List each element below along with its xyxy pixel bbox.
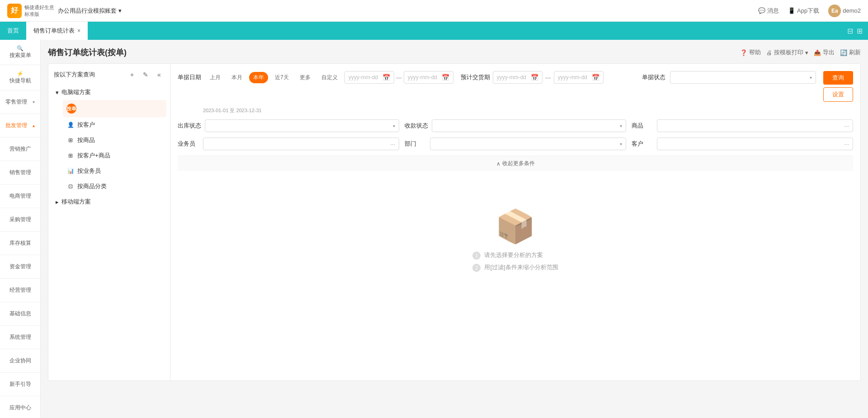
sidebar-item-inventory[interactable]: 库存核算	[0, 232, 40, 255]
customer-label: 客户	[632, 140, 653, 148]
product-label: 商品	[632, 122, 653, 130]
left-panel-title: 按以下方案查询	[54, 71, 95, 79]
sidebar-item-label-wholesale: 批发管理	[5, 122, 27, 129]
delivery-status-select[interactable]: ▾	[205, 119, 399, 132]
payment-status-select[interactable]: ▾	[432, 119, 626, 132]
scheme-item-by-product-cat[interactable]: ⊡ 按商品分类	[63, 179, 166, 194]
sidebar: 🔍 搜索菜单 ⚡ 快捷导航 零售管理 ▾ 批发管理 ▴ 营销推广 销售管理 电商…	[0, 40, 41, 418]
sidebar-item-marketing[interactable]: 营销推广	[0, 138, 40, 161]
sidebar-item-ecommerce[interactable]: 电商管理	[0, 185, 40, 208]
scheme-by-product-label: 按商品	[77, 136, 95, 144]
right-panel: 单据日期 上月 本月 本年 近7天 更多 自定义	[170, 64, 860, 380]
page-title: 销售订单统计表(按单)	[48, 47, 127, 58]
sidebar-item-purchase[interactable]: 采购管理	[0, 208, 40, 232]
collapse-panel-button[interactable]: «	[154, 69, 165, 80]
product-cat-icon: ⊡	[66, 182, 75, 190]
tab-sales-order[interactable]: 销售订单统计表 ×	[26, 22, 88, 40]
export-label: 导出	[823, 48, 835, 57]
user-action[interactable]: Ea demo2	[828, 5, 861, 17]
export-button[interactable]: 📤 导出	[814, 48, 835, 57]
tab-sales-order-label: 销售订单统计表	[33, 27, 75, 35]
print-button[interactable]: 🖨 按模板打印 ▾	[766, 48, 808, 57]
step-2-num: 2	[472, 264, 481, 272]
product-input[interactable]: ···	[657, 119, 853, 132]
sidebar-item-finance[interactable]: 资金管理	[0, 255, 40, 279]
sidebar-item-sales[interactable]: 销售管理	[0, 161, 40, 185]
scheme-group-mobile-header[interactable]: ▸ 移动端方案	[52, 194, 166, 209]
date-more-btn[interactable]: 更多	[296, 72, 315, 83]
scheme-item-by-customer[interactable]: 👤 按客户	[63, 117, 166, 133]
empty-state: 📦 1 请先选择要分析的方案 2 用[过滤]条件来缩小分析范围	[178, 171, 853, 312]
message-action[interactable]: 💬 消息	[758, 7, 779, 15]
sidebar-item-label-retail: 零售管理	[5, 98, 27, 106]
date-this-year-btn[interactable]: 本年	[249, 72, 268, 83]
department-select[interactable]: ▾	[430, 138, 626, 150]
query-button[interactable]: 查询	[823, 71, 853, 85]
sidebar-item-system[interactable]: 系统管理	[0, 326, 40, 349]
step-2-text: 用[过滤]条件来缩小分析范围	[484, 263, 558, 271]
date-start-input[interactable]: yyyy-mm-dd 📅	[344, 71, 394, 84]
edit-scheme-button[interactable]: ✎	[140, 69, 151, 80]
mobile-group-expand-icon: ▸	[56, 199, 59, 205]
sidebar-item-newbie[interactable]: 新手引导	[0, 373, 40, 396]
doc-status-select[interactable]: ▾	[670, 71, 816, 84]
sidebar-item-label-marketing: 营销推广	[9, 145, 31, 153]
customer-input[interactable]: ···	[657, 138, 853, 150]
message-label: 消息	[767, 7, 779, 15]
tab-close-icon[interactable]: ×	[77, 28, 80, 34]
expected-date-start-input[interactable]: yyyy-mm-dd 📅	[493, 71, 542, 84]
sidebar-item-operations[interactable]: 经营管理	[0, 279, 40, 302]
app-download-action[interactable]: 📱 App下载	[788, 7, 819, 15]
step-1-num: 1	[472, 252, 481, 260]
date-this-month-btn[interactable]: 本月	[227, 72, 246, 83]
tab-expand-icon[interactable]: ⊞	[857, 27, 863, 35]
tab-minimize-icon[interactable]: ⊟	[847, 27, 853, 35]
sidebar-item-label-system: 系统管理	[9, 333, 31, 341]
help-button[interactable]: ❓ 帮助	[740, 48, 761, 57]
expected-date-end-input[interactable]: yyyy-mm-dd 📅	[554, 71, 604, 84]
sidebar-item-label-newbie: 新手引导	[9, 380, 31, 388]
filter-row-2: 出库状态 ▾ 收款状态 ▾	[178, 119, 853, 132]
collapse-bar[interactable]: ∧ 收起更多条件	[178, 156, 853, 171]
print-dropdown-icon: ▾	[805, 49, 808, 56]
date-end-input[interactable]: yyyy-mm-dd 📅	[404, 71, 453, 84]
product-cell: 商品 ···	[632, 119, 853, 132]
refresh-button[interactable]: 🔄 刷新	[840, 48, 861, 57]
salesperson-input[interactable]: ···	[203, 138, 399, 150]
sidebar-item-retail[interactable]: 零售管理 ▾	[0, 90, 40, 114]
pc-scheme-items: 按单 👤 按客户 ⊞ 按商品	[52, 100, 166, 194]
empty-step-2: 2 用[过滤]条件来缩小分析范围	[472, 263, 558, 272]
app-title-dropdown[interactable]: 办公用品行业模拟账套 ▾	[58, 7, 122, 15]
retail-arrow-icon: ▾	[33, 100, 35, 104]
logo[interactable]: 好 畅捷通好生意 标准版	[7, 4, 54, 18]
scheme-item-by-customer-product[interactable]: ⊞ 按客户+商品	[63, 148, 166, 163]
sidebar-item-quick-nav[interactable]: ⚡ 快捷导航	[0, 65, 40, 90]
tab-home[interactable]: 首页	[0, 22, 26, 40]
sidebar-item-enterprise[interactable]: 企业协同	[0, 349, 40, 373]
sidebar-item-wholesale[interactable]: 批发管理 ▴	[0, 114, 40, 138]
product-icon: ⊞	[66, 136, 75, 144]
sidebar-item-app-center[interactable]: 应用中心	[0, 396, 40, 418]
date-last7-btn[interactable]: 近7天	[271, 72, 293, 83]
date-prev-month-btn[interactable]: 上月	[206, 72, 225, 83]
add-scheme-button[interactable]: +	[127, 69, 137, 80]
settings-button[interactable]: 设置	[823, 87, 853, 102]
refresh-label: 刷新	[849, 48, 861, 57]
wholesale-arrow-icon: ▴	[33, 123, 35, 128]
edit-scheme-icon: ✎	[143, 71, 148, 78]
date-divider: —	[396, 74, 402, 81]
collapse-label: 收起更多条件	[502, 160, 535, 167]
scheme-item-by-product[interactable]: ⊞ 按商品	[63, 133, 166, 148]
date-end-placeholder: yyyy-mm-dd	[408, 74, 437, 81]
empty-step-1: 1 请先选择要分析的方案	[472, 251, 558, 260]
date-custom-btn[interactable]: 自定义	[317, 72, 342, 83]
scheme-item-by-order[interactable]: 按单	[63, 100, 166, 117]
avatar: Ea	[828, 5, 841, 17]
scheme-by-customer-product-label: 按客户+商品	[77, 152, 110, 160]
salesperson-label: 业务员	[178, 140, 199, 148]
sidebar-item-search[interactable]: 🔍 搜索菜单	[0, 40, 40, 65]
scheme-item-by-salesperson[interactable]: 📊 按业务员	[63, 163, 166, 179]
scheme-group-pc-header[interactable]: ▾ 电脑端方案	[52, 85, 166, 100]
sidebar-item-basic[interactable]: 基础信息	[0, 302, 40, 326]
app-download-label: App下载	[797, 7, 819, 15]
